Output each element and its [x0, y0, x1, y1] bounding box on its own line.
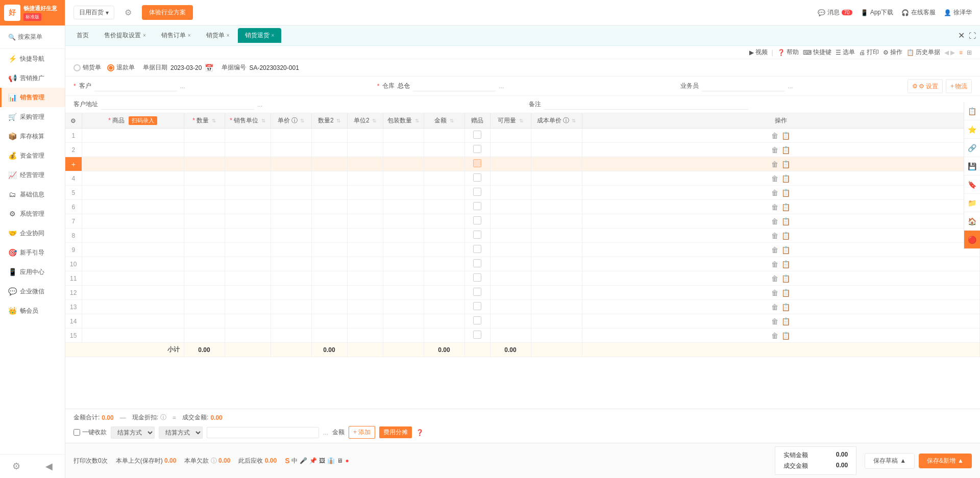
- sidebar-item-basic[interactable]: 🗂 基础信息: [0, 185, 65, 204]
- tab-sales-return[interactable]: 销货退货 ×: [238, 28, 282, 43]
- sidebar-item-system[interactable]: ⚙ 系统管理: [0, 204, 65, 223]
- qty-sort-icon[interactable]: ⇅: [212, 118, 216, 123]
- tab-return-close[interactable]: ×: [272, 33, 275, 38]
- toolbar-history[interactable]: 📋 历史单据: [906, 48, 940, 57]
- qty2-cell[interactable]: [311, 129, 347, 143]
- sidebar-item-sales[interactable]: 📊 销售管理: [0, 88, 65, 107]
- account-number-input[interactable]: [207, 427, 319, 438]
- radio-sales[interactable]: 销货单: [74, 63, 101, 72]
- price-cell-active[interactable]: [271, 157, 311, 171]
- tab-home[interactable]: 首页: [69, 28, 96, 43]
- gift-checkbox[interactable]: [473, 231, 481, 239]
- delete-icon[interactable]: 🗑: [771, 317, 778, 325]
- address-input[interactable]: [101, 99, 254, 110]
- right-icon-2[interactable]: ⭐: [964, 120, 981, 139]
- sidebar-item-purchase[interactable]: 🛒 采购管理: [0, 107, 65, 127]
- delete-icon[interactable]: 🗑: [771, 189, 778, 197]
- settings-button[interactable]: ⚙ ⚙ 设置: [908, 79, 943, 93]
- search-menu-item[interactable]: 🔍 搜索菜单: [4, 30, 61, 44]
- copy-icon[interactable]: 📋: [781, 217, 790, 225]
- right-icon-4[interactable]: 💾: [964, 157, 981, 175]
- price-cell[interactable]: [271, 143, 311, 157]
- copy-icon[interactable]: 📋: [781, 274, 790, 283]
- copy-icon[interactable]: 📋: [781, 160, 790, 168]
- gift-checkbox-active[interactable]: [473, 159, 481, 167]
- address-more-btn[interactable]: ...: [257, 101, 262, 108]
- gift-checkbox[interactable]: [473, 273, 481, 282]
- qty-cell[interactable]: [184, 129, 225, 143]
- price-sort-icon[interactable]: ⇅: [300, 118, 304, 123]
- amount-cell-active[interactable]: [424, 157, 464, 171]
- copy-icon[interactable]: 📋: [781, 260, 790, 268]
- delete-icon[interactable]: 🗑: [771, 303, 778, 311]
- gift-checkbox[interactable]: [473, 259, 481, 267]
- delete-icon[interactable]: 🗑: [771, 160, 778, 168]
- experience-button[interactable]: 体验行业方案: [142, 5, 193, 20]
- topbar-gear-btn[interactable]: ⚙: [120, 6, 136, 19]
- unit-cell[interactable]: [225, 129, 271, 143]
- gift-checkbox[interactable]: [473, 145, 481, 153]
- tab-sales-delivery[interactable]: 销货单 ×: [199, 28, 237, 43]
- gift-checkbox[interactable]: [473, 288, 481, 296]
- warehouse-input[interactable]: [413, 81, 496, 91]
- settings-bottom-btn[interactable]: ⚙: [8, 459, 24, 474]
- unit-sort-icon[interactable]: ⇅: [261, 118, 265, 123]
- one-key-checkbox[interactable]: [74, 429, 80, 436]
- gift-checkbox[interactable]: [473, 188, 481, 196]
- right-icon-3[interactable]: 🔗: [964, 139, 981, 157]
- delete-icon[interactable]: 🗑: [771, 274, 778, 283]
- copy-icon[interactable]: 📋: [781, 132, 790, 140]
- sidebar-item-marketing[interactable]: 📢 营销推广: [0, 68, 65, 88]
- delete-icon[interactable]: 🗑: [771, 246, 778, 254]
- cost-cell[interactable]: [531, 143, 582, 157]
- product-cell[interactable]: [82, 143, 184, 157]
- avail-sort-icon[interactable]: ⇅: [519, 118, 523, 123]
- toolbar-shortcut[interactable]: ⌨ 快捷键: [803, 48, 831, 57]
- product-cell[interactable]: [82, 129, 184, 143]
- qty-cell-active[interactable]: [184, 157, 225, 171]
- delete-icon[interactable]: 🗑: [771, 146, 778, 154]
- tab-delivery-close[interactable]: ×: [227, 33, 230, 38]
- sidebar-item-finance[interactable]: 💰 资金管理: [0, 146, 65, 165]
- copy-icon[interactable]: 📋: [781, 174, 790, 183]
- col-gear[interactable]: ⚙: [65, 113, 82, 129]
- customer-more-btn[interactable]: ...: [180, 83, 185, 90]
- delete-icon[interactable]: 🗑: [771, 217, 778, 225]
- warehouse-more-btn[interactable]: ...: [499, 83, 504, 90]
- copy-icon[interactable]: 📋: [781, 232, 790, 240]
- avail-cell-active[interactable]: [490, 157, 531, 171]
- tab-order-close[interactable]: ×: [188, 33, 191, 38]
- right-icon-5[interactable]: 🔖: [964, 175, 981, 194]
- product-cell-active[interactable]: [82, 157, 184, 171]
- fee-split-btn[interactable]: 费用分摊: [379, 426, 412, 438]
- gift-checkbox[interactable]: [473, 173, 481, 182]
- delete-icon[interactable]: 🗑: [771, 289, 778, 297]
- toolbar-print[interactable]: 🖨 打印: [859, 48, 879, 57]
- salesperson-input[interactable]: [702, 81, 785, 91]
- amount-sort-icon[interactable]: ⇅: [450, 118, 454, 123]
- unit-cell[interactable]: [225, 143, 271, 157]
- list-view-btn[interactable]: ≡: [959, 49, 963, 56]
- delete-icon[interactable]: 🗑: [771, 332, 778, 340]
- sidebar-item-wechat[interactable]: 💬 企业微信: [0, 282, 65, 301]
- gift-checkbox[interactable]: [473, 216, 481, 224]
- add-row-btn[interactable]: +: [69, 160, 78, 168]
- sidebar-item-operations[interactable]: 📈 经营管理: [0, 165, 65, 185]
- sidebar-item-appstore[interactable]: 📱 应用中心: [0, 262, 65, 282]
- scan-button[interactable]: 扫码录入: [129, 117, 157, 124]
- copy-icon[interactable]: 📋: [781, 332, 790, 340]
- pkg-cell[interactable]: [383, 129, 424, 143]
- qty-cell[interactable]: [184, 143, 225, 157]
- radio-return[interactable]: 退款单: [107, 63, 135, 72]
- one-key-label[interactable]: 一键收款: [74, 428, 107, 437]
- account-select[interactable]: 结算方式: [159, 426, 203, 439]
- gift-checkbox[interactable]: [473, 245, 481, 253]
- copy-icon[interactable]: 📋: [781, 203, 790, 211]
- sidebar-item-newguide[interactable]: 🎯 新手引导: [0, 243, 65, 262]
- pkg-sort-icon[interactable]: ⇅: [415, 118, 419, 123]
- unit2-cell[interactable]: [347, 129, 383, 143]
- sidebar-item-member[interactable]: 👑 畅会员: [0, 301, 65, 320]
- message-item[interactable]: 💬 消息 70: [818, 8, 852, 17]
- sidebar-item-shortcut[interactable]: ⚡ 快捷导航: [0, 49, 65, 68]
- unit-cell-active[interactable]: [225, 157, 271, 171]
